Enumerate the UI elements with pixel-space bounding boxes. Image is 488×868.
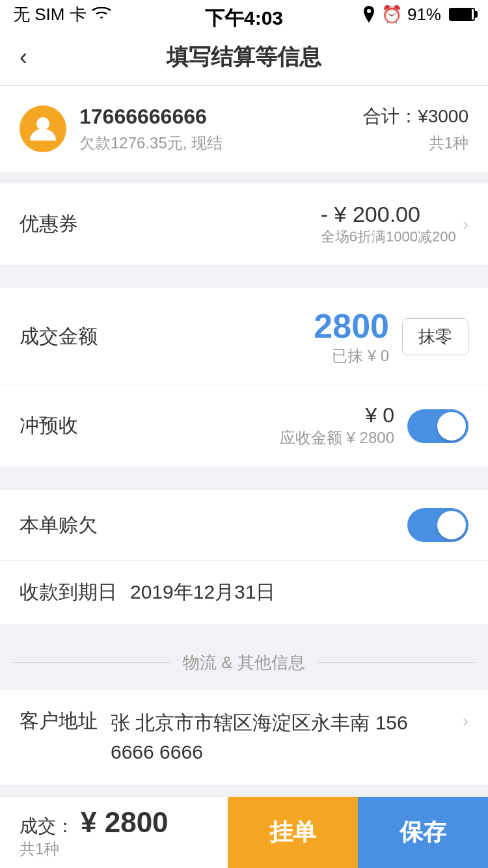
- debt-toggle[interactable]: [407, 508, 468, 542]
- location-icon: [362, 6, 376, 23]
- chevron-right-icon: ›: [463, 214, 468, 235]
- coupon-amount-wrap: - ¥ 200.00 全场6折满1000减200: [321, 202, 456, 247]
- amount-row: 成交金额 2800 已抹 ¥ 0 抹零: [0, 288, 488, 385]
- bottom-total: 成交： ¥ 2800 共1种: [0, 806, 228, 860]
- battery-icon: [449, 8, 475, 21]
- coupon-right: - ¥ 200.00 全场6折满1000减200 ›: [321, 202, 468, 247]
- bottom-total-row: 成交： ¥ 2800: [20, 806, 208, 839]
- coupon-desc: 全场6折满1000减200: [321, 227, 456, 247]
- total-count: 共1种: [363, 133, 468, 154]
- logistics-separator: 物流 & 其他信息: [0, 636, 488, 690]
- amount-value: 2800: [314, 307, 389, 345]
- coupon-amount: - ¥ 200.00: [321, 202, 456, 227]
- amount-value-wrap: 2800 已抹 ¥ 0: [314, 306, 389, 366]
- back-button[interactable]: ‹: [20, 44, 27, 71]
- amount-right: 2800 已抹 ¥ 0 抹零: [314, 306, 468, 366]
- customer-card: 17666666666 欠款1276.35元, 现结 合计：¥3000 共1种: [0, 86, 488, 172]
- separator-2: [0, 478, 488, 490]
- status-left: 无 SIM 卡: [13, 3, 111, 26]
- toggle-knob: [437, 412, 466, 441]
- avatar: [20, 105, 66, 152]
- customer-left: 17666666666 欠款1276.35元, 现结: [20, 105, 223, 154]
- customer-info: 17666666666 欠款1276.35元, 现结: [79, 105, 223, 154]
- bottom-total-label: 成交：: [20, 814, 74, 839]
- total-label: 合计：¥3000: [363, 104, 468, 129]
- debt-label: 本单赊欠: [20, 512, 98, 539]
- content: 17666666666 欠款1276.35元, 现结 合计：¥3000 共1种 …: [0, 86, 488, 868]
- duedate-value: 2019年12月31日: [130, 579, 275, 606]
- prepay-row: 冲预收 ¥ 0 应收金额 ¥ 2800: [0, 385, 488, 467]
- prepay-label: 冲预收: [20, 413, 78, 439]
- debt-section: 本单赊欠 收款到期日 2019年12月31日: [0, 490, 488, 624]
- customer-phone: 17666666666: [79, 105, 223, 129]
- wifi-icon: [92, 7, 111, 21]
- status-time: 下午4:03: [205, 5, 283, 32]
- address-row[interactable]: 客户地址 张 北京市市辖区海淀区永丰南 156 6666 6666 ›: [0, 690, 488, 785]
- prepay-toggle[interactable]: [407, 409, 468, 443]
- coupon-label: 优惠券: [20, 211, 78, 237]
- duedate-row: 收款到期日 2019年12月31日: [0, 560, 488, 624]
- debt-row: 本单赊欠: [0, 490, 488, 560]
- status-right: ⏰ 91%: [362, 5, 475, 25]
- address-chevron-icon: ›: [463, 711, 468, 731]
- carrier-text: 无 SIM 卡: [13, 3, 87, 26]
- bottom-total-count: 共1种: [20, 839, 208, 860]
- address-label: 客户地址: [20, 708, 98, 735]
- customer-debt: 欠款1276.35元, 现结: [79, 133, 223, 154]
- separator-1: [0, 277, 488, 288]
- prepay-value: ¥ 0: [280, 403, 394, 427]
- battery-percent: 91%: [407, 5, 441, 25]
- nav-bar: ‹ 填写结算等信息: [0, 29, 488, 86]
- alarm-icon: ⏰: [381, 5, 402, 25]
- prepay-right: ¥ 0 应收金额 ¥ 2800: [280, 403, 468, 448]
- user-icon: [27, 113, 59, 144]
- status-bar: 无 SIM 卡 下午4:03 ⏰ 91%: [0, 0, 488, 29]
- address-value: 张 北京市市辖区海淀区永丰南 156 6666 6666: [111, 708, 450, 766]
- customer-right: 合计：¥3000 共1种: [363, 104, 468, 154]
- logistics-line-right: [318, 662, 475, 663]
- amount-erased: 已抹 ¥ 0: [314, 346, 389, 366]
- svg-point-0: [36, 117, 49, 130]
- prepay-receivable: 应收金额 ¥ 2800: [280, 427, 394, 448]
- save-button[interactable]: 保存: [358, 797, 488, 869]
- bottom-total-value: ¥ 2800: [81, 806, 169, 839]
- bottom-bar: 成交： ¥ 2800 共1种 挂单 保存: [0, 796, 488, 868]
- amount-section: 成交金额 2800 已抹 ¥ 0 抹零 冲预收 ¥ 0 应收金额 ¥ 2800: [0, 288, 488, 467]
- hang-button[interactable]: 挂单: [228, 797, 358, 869]
- coupon-row[interactable]: 优惠券 - ¥ 200.00 全场6折满1000减200 ›: [0, 183, 488, 265]
- amount-label: 成交金额: [20, 323, 98, 350]
- prepay-amounts: ¥ 0 应收金额 ¥ 2800: [280, 403, 394, 448]
- logistics-text: 物流 & 其他信息: [183, 651, 305, 674]
- debt-toggle-knob: [437, 511, 466, 539]
- round-button[interactable]: 抹零: [402, 318, 468, 355]
- logistics-line-left: [13, 662, 170, 663]
- duedate-label: 收款到期日: [20, 579, 117, 606]
- nav-title: 填写结算等信息: [167, 42, 321, 72]
